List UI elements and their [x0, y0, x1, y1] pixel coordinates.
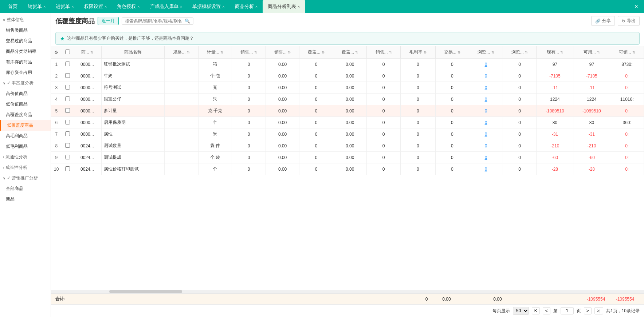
- nav-close-permissions[interactable]: ×: [105, 0, 107, 13]
- sidebar-item-low-coverage[interactable]: 低覆盖度商品: [0, 120, 51, 131]
- row-checkbox[interactable]: [65, 131, 70, 136]
- row-browse1[interactable]: 0: [469, 70, 503, 82]
- nav-close-analysis[interactable]: ×: [255, 0, 258, 13]
- sidebar-section-growth[interactable]: › 成长性分析: [0, 162, 51, 173]
- row-checkbox[interactable]: [65, 155, 70, 159]
- nav-close-product-stock[interactable]: ×: [180, 0, 182, 13]
- row-checkbox[interactable]: [65, 143, 70, 148]
- row-checkbox-cell[interactable]: [62, 105, 73, 117]
- nav-close-template[interactable]: ×: [222, 0, 224, 13]
- row-browse1[interactable]: 0: [469, 117, 503, 128]
- col-browse1[interactable]: 浏览... ⇅: [469, 46, 503, 59]
- col-available[interactable]: 可用... ⇅: [573, 46, 610, 59]
- col-cover1[interactable]: 覆盖... ⇅: [299, 46, 333, 59]
- row-checkbox[interactable]: [65, 166, 70, 171]
- col-sales2[interactable]: 销售... ⇅: [266, 46, 299, 59]
- row-browse1[interactable]: 0: [469, 128, 503, 140]
- col-profit[interactable]: 毛利率 ⇅: [400, 46, 435, 59]
- row-browse2: 0: [503, 140, 537, 152]
- row-browse1[interactable]: 0: [469, 94, 503, 105]
- row-checkbox[interactable]: [65, 120, 70, 124]
- nav-item-home[interactable]: 首页: [3, 0, 23, 13]
- sidebar-item-high-profit[interactable]: 高毛利商品: [0, 131, 51, 141]
- col-trade[interactable]: 交易... ⇅: [435, 46, 469, 59]
- nav-close-sales[interactable]: ×: [43, 0, 46, 13]
- row-checkbox-cell[interactable]: [62, 117, 73, 128]
- row-checkbox[interactable]: [65, 62, 70, 66]
- nav-close-purchase[interactable]: ×: [71, 0, 74, 13]
- export-button[interactable]: ↻ 导出: [618, 16, 640, 26]
- col-sales3[interactable]: 销售... ⇅: [367, 46, 401, 59]
- share-button[interactable]: 🔗 分享: [591, 16, 615, 26]
- nav-close-role[interactable]: ×: [137, 0, 140, 13]
- col-browse2[interactable]: 浏览... ⇅: [503, 46, 537, 59]
- row-checkbox[interactable]: [65, 85, 70, 90]
- sidebar-item-category-rate[interactable]: 商品分类动销率: [0, 46, 51, 57]
- prev-page-button[interactable]: <: [543, 307, 550, 314]
- sidebar-item-sales-goods[interactable]: 销售类商品: [0, 25, 51, 36]
- sidebar-item-traded-goods[interactable]: 交易过的商品: [0, 36, 51, 46]
- row-browse1[interactable]: 0: [469, 163, 503, 175]
- col-sales1[interactable]: 销售... ⇅: [232, 46, 266, 59]
- sidebar-section-flow[interactable]: › 流通性分析: [0, 152, 51, 162]
- scrollbar[interactable]: [51, 290, 644, 293]
- nav-item-template[interactable]: 单据模板设置 ×: [187, 0, 229, 13]
- col-code[interactable]: 商... ⇅: [73, 46, 102, 59]
- row-checkbox-cell[interactable]: [62, 128, 73, 140]
- nav-item-sales[interactable]: 销货单 ×: [23, 0, 51, 13]
- per-page-select[interactable]: 50: [513, 307, 529, 315]
- sidebar-item-new-goods[interactable]: 新品: [0, 194, 51, 205]
- row-checkbox-cell[interactable]: [62, 140, 73, 152]
- row-checkbox-cell[interactable]: [62, 82, 73, 94]
- row-checkbox[interactable]: [65, 73, 70, 78]
- sidebar-section-market[interactable]: ∨ ✓ 营销推广分析: [0, 173, 51, 183]
- row-checkbox-cell[interactable]: [62, 59, 73, 70]
- col-name[interactable]: 商品名称: [102, 46, 165, 59]
- col-settings[interactable]: ⚙: [51, 46, 62, 59]
- table-wrapper[interactable]: ⚙ 商... ⇅ 商品名称 规格... ⇅ 计量... ⇅ 销售... ⇅ 销售…: [51, 46, 644, 290]
- sidebar-item-high-value[interactable]: 高价值商品: [0, 88, 51, 99]
- row-checkbox[interactable]: [65, 108, 70, 113]
- row-checkbox-cell[interactable]: [62, 70, 73, 82]
- row-checkbox-cell[interactable]: [62, 163, 73, 175]
- sidebar-item-capital-ratio[interactable]: 库存资金占用: [0, 67, 51, 78]
- nav-item-product-stock[interactable]: 产成品入库单 ×: [145, 0, 187, 13]
- col-sellable[interactable]: 可销... ⇅: [610, 46, 644, 59]
- page-number-input[interactable]: [561, 307, 574, 314]
- col-spec[interactable]: 规格... ⇅: [165, 46, 199, 59]
- next-page-button[interactable]: >: [584, 307, 592, 314]
- col-unit[interactable]: 计量... ⇅: [198, 46, 232, 59]
- col-current[interactable]: 现有... ⇅: [537, 46, 573, 59]
- nav-item-analysis[interactable]: 商品分析 ×: [230, 0, 263, 13]
- search-input[interactable]: [125, 19, 183, 24]
- sidebar-section-overall[interactable]: « 整体信息: [0, 15, 51, 25]
- row-browse1[interactable]: 0: [469, 105, 503, 117]
- window-close-button[interactable]: ×: [631, 3, 641, 11]
- row-checkbox-cell[interactable]: [62, 94, 73, 105]
- time-filter-button[interactable]: 近一月: [98, 17, 119, 25]
- row-checkbox-cell[interactable]: [62, 152, 73, 163]
- search-icon[interactable]: 🔍: [185, 19, 190, 24]
- col-checkbox[interactable]: [62, 46, 73, 59]
- row-browse1[interactable]: 0: [469, 59, 503, 70]
- nav-item-analysis-list[interactable]: 商品分析列表 ×: [263, 0, 305, 13]
- sidebar-item-low-profit[interactable]: 低毛利商品: [0, 141, 51, 152]
- nav-item-permissions[interactable]: 权限设置 ×: [79, 0, 112, 13]
- sidebar-section-diversity[interactable]: ∨ ✓ 丰富度分析: [0, 78, 51, 88]
- sidebar-item-high-coverage[interactable]: 高覆盖度商品: [0, 110, 51, 120]
- nav-item-purchase[interactable]: 进货单 ×: [51, 0, 79, 13]
- sidebar-item-all-goods[interactable]: 全部商品: [0, 183, 51, 194]
- row-sellable: 0:: [610, 128, 644, 140]
- row-browse1[interactable]: 0: [469, 152, 503, 163]
- sidebar-item-low-value[interactable]: 低价值商品: [0, 99, 51, 110]
- col-cover2[interactable]: 覆盖... ⇅: [333, 46, 367, 59]
- row-browse1[interactable]: 0: [469, 140, 503, 152]
- last-page-button[interactable]: >|: [594, 307, 603, 314]
- select-all-checkbox[interactable]: [65, 49, 70, 54]
- first-page-button[interactable]: K: [532, 307, 540, 314]
- row-browse1[interactable]: 0: [469, 82, 503, 94]
- row-checkbox[interactable]: [65, 96, 70, 101]
- nav-item-role[interactable]: 角色授权 ×: [112, 0, 145, 13]
- sidebar-item-stocked-goods[interactable]: 有库存的商品: [0, 57, 51, 67]
- nav-close-analysis-list[interactable]: ×: [298, 0, 300, 13]
